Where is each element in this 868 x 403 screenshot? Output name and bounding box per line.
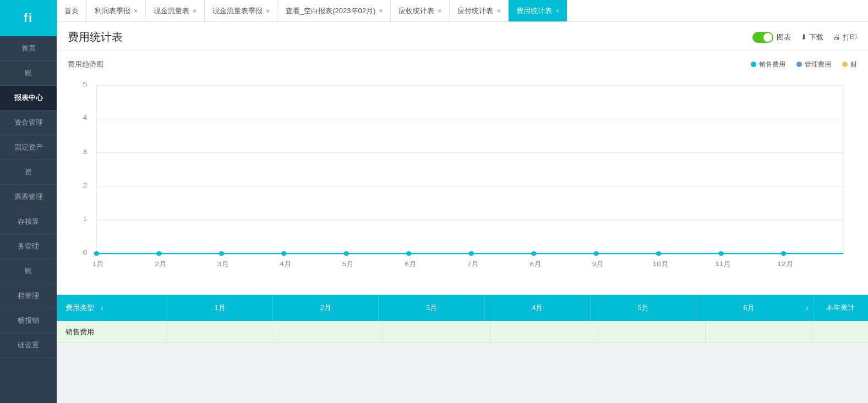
download-label: 下载 — [809, 32, 823, 42]
svg-text:0: 0 — [83, 249, 87, 256]
svg-text:3: 3 — [83, 148, 87, 156]
table-col-month-1: 1月 — [167, 295, 272, 321]
sidebar-item-reports[interactable]: 报表中心 — [0, 86, 57, 111]
svg-point-24 — [781, 251, 787, 256]
svg-point-17 — [343, 251, 349, 256]
main-content: 首页 利润表季报 × 现金流量表 × 现金流量表季报 × 查看_空白报表(202… — [57, 0, 868, 403]
table-data-cell-6 — [705, 321, 813, 343]
tab-payable[interactable]: 应付统计表 × — [450, 0, 509, 21]
svg-text:12月: 12月 — [777, 261, 793, 268]
svg-text:9月: 9月 — [592, 261, 604, 268]
svg-point-14 — [156, 251, 162, 256]
table-col-month-6: 6月 — [696, 295, 801, 321]
tab-close-cashflow[interactable]: × — [193, 7, 196, 15]
table-section: 费用类型 ‹ 1月 2月 3月 4月 5月 6月 › 本年累计 销售费用 — [57, 295, 868, 343]
svg-point-23 — [718, 251, 724, 256]
tab-home[interactable]: 首页 — [57, 0, 87, 21]
legend-label-sales: 销售费用 — [759, 60, 785, 69]
tab-close-profit[interactable]: × — [134, 7, 138, 15]
svg-text:10月: 10月 — [652, 261, 668, 268]
svg-point-21 — [593, 251, 599, 256]
tab-close-receivable[interactable]: × — [438, 7, 441, 15]
tab-profit[interactable]: 利润表季报 × — [87, 0, 146, 21]
sidebar-item-reimbursement[interactable]: 畅报销 — [0, 308, 57, 333]
print-label: 打印 — [843, 32, 857, 42]
tab-cashflow-quarter[interactable]: 现金流量表季报 × — [205, 0, 278, 21]
table-col-month-3: 3月 — [378, 295, 484, 321]
table-col-month-4: 4月 — [484, 295, 590, 321]
sidebar-item-affairs[interactable]: 务管理 — [0, 234, 57, 259]
table-nav-prev[interactable]: ‹ — [99, 303, 106, 312]
content-area: 费用统计表 图表 ⬇ 下载 🖨 打印 费用趋势图 — [57, 22, 868, 403]
table-col-month-2: 2月 — [272, 295, 378, 321]
table-header-row: 费用类型 ‹ 1月 2月 3月 4月 5月 6月 › 本年累计 — [57, 295, 868, 321]
legend-label-management: 管理费用 — [805, 60, 831, 69]
chart-toggle-switch[interactable] — [752, 32, 773, 43]
svg-point-20 — [531, 251, 537, 256]
chart-toggle[interactable]: 图表 — [752, 32, 791, 43]
chart-title: 费用趋势图 — [68, 59, 103, 69]
table-col-month-5: 5月 — [590, 295, 696, 321]
print-button[interactable]: 🖨 打印 — [833, 32, 857, 42]
svg-rect-12 — [96, 85, 843, 253]
svg-point-22 — [656, 251, 662, 256]
sidebar-item-home[interactable]: 首页 — [0, 36, 57, 61]
chart-svg: 0 1 2 3 4 5 — [68, 75, 857, 284]
svg-text:7月: 7月 — [467, 261, 479, 268]
legend-finance: 财 — [842, 60, 857, 69]
page-header: 费用统计表 图表 ⬇ 下载 🖨 打印 — [57, 22, 868, 51]
tab-close-cashflow-quarter[interactable]: × — [266, 7, 270, 15]
table-row-sales: 销售费用 — [57, 321, 868, 343]
chart-legend: 销售费用 管理费用 财 — [751, 60, 857, 69]
legend-dot-finance — [842, 62, 848, 67]
table-nav-next[interactable]: › — [801, 303, 813, 312]
header-actions: 图表 ⬇ 下载 🖨 打印 — [752, 32, 857, 43]
tab-cashflow[interactable]: 现金流量表 × — [146, 0, 205, 21]
legend-sales: 销售费用 — [751, 60, 785, 69]
table-data-total-sales — [813, 321, 868, 343]
legend-dot-management — [796, 62, 802, 67]
table-data-type-sales: 销售费用 — [57, 327, 167, 337]
table-data-cell-5 — [598, 321, 706, 343]
svg-text:5月: 5月 — [342, 261, 354, 268]
table-col-total-header: 本年累计 — [813, 295, 868, 321]
sidebar-logo: fi — [0, 0, 57, 36]
svg-point-16 — [281, 251, 287, 256]
legend-label-finance: 财 — [850, 60, 857, 69]
tab-close-payable[interactable]: × — [496, 7, 500, 15]
download-button[interactable]: ⬇ 下载 — [801, 32, 823, 42]
chart-toggle-label: 图表 — [777, 32, 791, 42]
tab-blank-report[interactable]: 查看_空白报表(2023年02月) × — [278, 0, 391, 21]
sidebar-item-archive[interactable]: 档管理 — [0, 284, 57, 308]
svg-text:5: 5 — [83, 81, 87, 88]
sidebar-item-ledger[interactable]: 账 — [0, 259, 57, 284]
chart-section: 费用趋势图 销售费用 管理费用 财 — [57, 51, 868, 295]
sidebar-item-inventory[interactable]: 存核算 — [0, 209, 57, 234]
table-data-cell-1 — [167, 321, 275, 343]
tab-expense[interactable]: 费用统计表 × — [509, 0, 567, 21]
tab-close-expense[interactable]: × — [555, 7, 559, 15]
table-data-cell-2 — [275, 321, 383, 343]
svg-text:11月: 11月 — [715, 261, 731, 268]
table-type-label: 费用类型 — [65, 303, 94, 313]
svg-point-13 — [94, 251, 99, 256]
svg-text:6月: 6月 — [405, 261, 417, 268]
svg-text:1: 1 — [83, 216, 87, 223]
chart-container: 0 1 2 3 4 5 — [68, 75, 857, 284]
tab-bar: 首页 利润表季报 × 现金流量表 × 现金流量表季报 × 查看_空白报表(202… — [57, 0, 868, 22]
svg-text:2: 2 — [83, 182, 87, 189]
sidebar-item-capital[interactable]: 资 — [0, 160, 57, 185]
tab-close-blank-report[interactable]: × — [379, 7, 383, 15]
svg-text:3月: 3月 — [217, 261, 230, 268]
sidebar-item-assets[interactable]: 固定资产 — [0, 135, 57, 160]
tab-receivable[interactable]: 应收统计表 × — [391, 0, 450, 21]
sidebar-item-settings[interactable]: 础设置 — [0, 333, 57, 358]
download-icon: ⬇ — [801, 33, 807, 41]
sidebar-item-tickets[interactable]: 票票管理 — [0, 185, 57, 209]
sidebar-item-account[interactable]: 账 — [0, 61, 57, 86]
svg-text:8月: 8月 — [529, 261, 542, 268]
svg-text:4月: 4月 — [280, 261, 292, 268]
chart-header: 费用趋势图 销售费用 管理费用 财 — [68, 59, 857, 69]
svg-point-19 — [468, 251, 474, 256]
sidebar-item-funds[interactable]: 资金管理 — [0, 111, 57, 135]
